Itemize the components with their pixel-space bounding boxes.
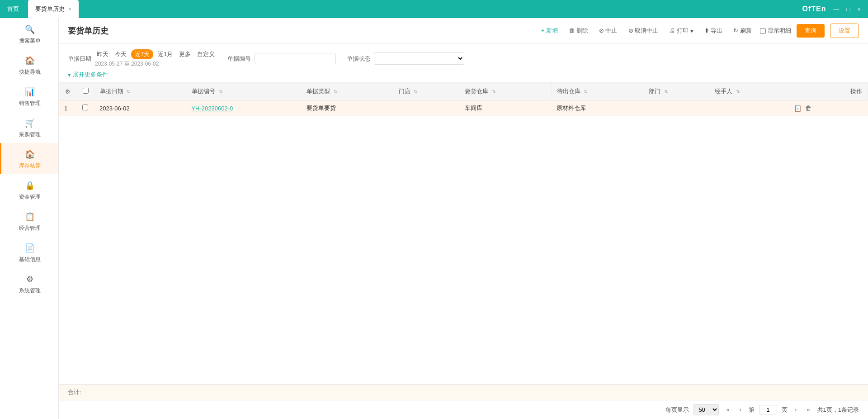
th-req-warehouse[interactable]: 要货仓库 ⇅ [459, 83, 551, 100]
new-button-label: + 新增 [541, 27, 558, 35]
print-dropdown-icon[interactable]: ▾ [690, 28, 693, 34]
main-layout: 🔍 搜索菜单 🏠 快捷导航 📊 销售管理 🛒 采购管理 🏠 库存核算 🔒 资金管… [0, 18, 868, 419]
query-button[interactable]: 查询 [797, 24, 825, 38]
row-edit-btn[interactable]: 📋 [794, 105, 802, 112]
sidebar-item-sales[interactable]: 📊 销售管理 [0, 81, 58, 112]
th-store[interactable]: 门店 ⇅ [393, 83, 459, 100]
th-req-warehouse-label: 要货仓库 [465, 88, 488, 95]
page-size-label: 每页显示 [665, 406, 689, 414]
page-header: 要货单历史 + 新增 🗑 删除 ⊘ 中止 ⊘ 取消中止 🖨 打印 ▾ [59, 18, 868, 44]
current-page-input[interactable] [759, 405, 777, 414]
sort-icon-type: ⇅ [334, 89, 337, 94]
top-tab-bar: 首页 要货单历史 × OfTEn — □ × [0, 0, 868, 18]
cell-doc-no[interactable]: YH-20230602-0 [186, 100, 301, 116]
tab-active-label: 要货单历史 [35, 5, 65, 13]
table-body: 1 2023-06-02 YH-20230602-0 要货单要货 车间库 原材料… [59, 100, 868, 116]
operations-icon: 📋 [25, 212, 35, 222]
table-container: ⚙ 单据日期 ⇅ 单据编号 ⇅ [59, 83, 868, 384]
th-handler[interactable]: 经手人 ⇅ [709, 83, 788, 100]
settings-button[interactable]: 设置 [830, 24, 859, 38]
page-size-select[interactable]: 50 10 20 100 [693, 404, 719, 415]
th-checkbox[interactable] [77, 83, 94, 100]
delete-button-label: 🗑 删除 [569, 27, 588, 35]
th-doc-type[interactable]: 单据类型 ⇅ [301, 83, 393, 100]
display-detail-checkbox[interactable] [760, 28, 766, 34]
shortcut-yesterday[interactable]: 昨天 [95, 49, 110, 59]
next-page-btn[interactable]: › [792, 405, 799, 414]
shortcut-7days[interactable]: 近7天 [131, 49, 153, 59]
refresh-button-label: ↻ 刷新 [733, 27, 752, 35]
cancel-stop-button[interactable]: ⊘ 取消中止 [626, 25, 661, 37]
shortcut-more[interactable]: 更多 [177, 49, 193, 59]
maximize-btn[interactable]: □ [847, 6, 850, 13]
sidebar-item-system[interactable]: ⚙ 系统管理 [0, 268, 58, 299]
tab-home[interactable]: 首页 [0, 0, 26, 18]
sidebar-item-inventory[interactable]: 🏠 库存核算 [0, 143, 58, 174]
th-dept[interactable]: 部门 ⇅ [643, 83, 709, 100]
print-button[interactable]: 🖨 打印 ▾ [666, 25, 696, 37]
doc-no-input[interactable] [255, 53, 336, 64]
th-action: 操作 [788, 83, 868, 100]
page-title: 要货单历史 [68, 25, 538, 36]
header-row: ⚙ 单据日期 ⇅ 单据编号 ⇅ [59, 83, 868, 100]
status-select[interactable] [374, 52, 464, 65]
first-page-btn[interactable]: « [723, 405, 732, 414]
sidebar-label-search: 搜索菜单 [19, 37, 41, 45]
shortcut-custom[interactable]: 自定义 [195, 49, 217, 59]
print-button-label: 🖨 打印 [669, 27, 689, 35]
doc-no-filter-group: 单据编号 [227, 53, 336, 64]
new-button[interactable]: + 新增 [538, 25, 561, 37]
finance-icon: 🔒 [25, 181, 35, 190]
settings-col-icon: ⚙ [65, 88, 71, 95]
row-checkbox[interactable] [82, 105, 88, 110]
th-doc-date[interactable]: 单据日期 ⇅ [94, 83, 186, 100]
delete-button[interactable]: 🗑 删除 [566, 25, 591, 37]
export-button[interactable]: ⬆ 导出 [702, 25, 726, 37]
last-page-btn[interactable]: » [804, 405, 812, 414]
sidebar-item-base[interactable]: 📄 基础信息 [0, 237, 58, 268]
tab-home-label: 首页 [7, 5, 19, 13]
prev-page-btn[interactable]: ‹ [737, 405, 744, 414]
status-label: 单据状态 [347, 55, 370, 63]
select-all-checkbox[interactable] [83, 88, 89, 94]
status-filter-group: 单据状态 [347, 52, 464, 65]
date-shortcuts: 昨天 今天 近7天 近1月 更多 自定义 2023-05-27 至 2023-0… [95, 49, 217, 68]
sales-icon: 📊 [25, 87, 35, 97]
refresh-button[interactable]: ↻ 刷新 [731, 25, 755, 37]
sidebar-item-purchase[interactable]: 🛒 采购管理 [0, 112, 58, 143]
toolbar: + 新增 🗑 删除 ⊘ 中止 ⊘ 取消中止 🖨 打印 ▾ ⬆ 导出 [538, 24, 859, 38]
minimize-btn[interactable]: — [834, 6, 840, 13]
filter-bar: 单据日期 昨天 今天 近7天 近1月 更多 自定义 2023-05-27 至 2… [59, 44, 868, 83]
sidebar-item-quick-nav[interactable]: 🏠 快捷导航 [0, 49, 58, 81]
date-range-display: 2023-05-27 至 2023-06-02 [95, 60, 217, 68]
sidebar-item-search-menu[interactable]: 🔍 搜索菜单 [0, 18, 58, 49]
tab-close-icon[interactable]: × [68, 6, 71, 12]
cell-store [393, 100, 459, 116]
row-delete-btn[interactable]: 🗑 [805, 105, 811, 112]
shortcut-today[interactable]: 今天 [113, 49, 128, 59]
close-btn[interactable]: × [857, 6, 861, 13]
th-pending-warehouse[interactable]: 待出仓库 ⇅ [551, 83, 643, 100]
th-settings[interactable]: ⚙ [59, 83, 77, 100]
stop-button[interactable]: ⊘ 中止 [596, 25, 620, 37]
date-filter-label: 单据日期 [68, 55, 91, 63]
sidebar-item-finance[interactable]: 🔒 资金管理 [0, 174, 58, 205]
cell-checkbox[interactable] [77, 100, 94, 116]
cell-dept [643, 100, 709, 116]
stop-button-label: ⊘ 中止 [599, 27, 618, 35]
cell-action: 📋 🗑 [788, 100, 868, 116]
th-action-label: 操作 [850, 88, 862, 95]
sort-icon-store: ⇅ [414, 89, 417, 94]
th-doc-no[interactable]: 单据编号 ⇅ [186, 83, 301, 100]
tab-active[interactable]: 要货单历史 × [28, 0, 79, 18]
sidebar-item-operations[interactable]: 📋 经营管理 [0, 205, 58, 237]
sort-icon-no: ⇅ [219, 89, 222, 94]
search-icon: 🔍 [25, 24, 35, 34]
pagination-bar: 每页显示 50 10 20 100 « ‹ 第 页 › » 共1页，1条记录 [59, 400, 868, 419]
sidebar: 🔍 搜索菜单 🏠 快捷导航 📊 销售管理 🛒 采购管理 🏠 库存核算 🔒 资金管… [0, 18, 59, 419]
expand-filter-btn[interactable]: ▾ 展开更多条件 [68, 71, 859, 79]
topbar-right: OfTEn — □ × [802, 5, 868, 13]
doc-no-link[interactable]: YH-20230602-0 [191, 105, 233, 112]
shortcut-1month[interactable]: 近1月 [156, 49, 175, 59]
display-detail-toggle[interactable]: 显示明细 [760, 27, 791, 35]
